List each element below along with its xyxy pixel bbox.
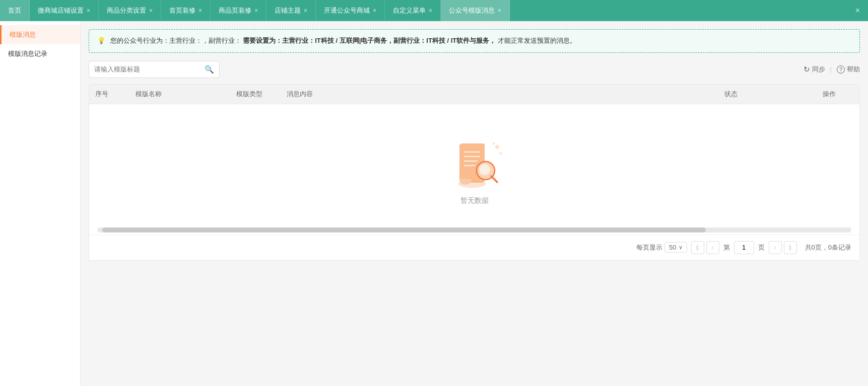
th-name: 模版名称	[129, 85, 230, 104]
close-all-button[interactable]: ×	[847, 6, 868, 15]
chevron-down-icon: ∨	[679, 244, 683, 251]
notice-box: 💡 您的公众号行业为：主营行业：，副营行业： 需要设置为：主营行业：IT科技 /…	[89, 29, 860, 53]
tab-home[interactable]: 首页	[0, 0, 30, 21]
first-page-button[interactable]: ⟪	[691, 241, 704, 254]
sidebar-item-template-message-label: 模版消息	[10, 31, 36, 38]
tab-theme-close[interactable]: ×	[304, 7, 307, 14]
page-size-select: 每页显示 50 ∨	[636, 242, 687, 253]
scroll-track[interactable]	[97, 227, 851, 233]
sidebar-item-template-message[interactable]: 模版消息	[0, 25, 80, 44]
th-type: 模版类型	[230, 85, 281, 104]
sidebar-item-template-message-record[interactable]: 模版消息记录	[0, 44, 80, 63]
last-page-button[interactable]: ⟫	[784, 241, 797, 254]
tab-weshop[interactable]: 微商城店铺设置 ×	[30, 0, 99, 21]
tab-home-label: 首页	[8, 6, 21, 15]
data-table: 序号 模版名称 模版类型 消息内容 状态 操作	[89, 84, 860, 261]
help-icon: ?	[837, 65, 845, 73]
empty-illustration	[444, 134, 505, 196]
tab-category-label: 商品分类设置	[107, 6, 146, 15]
tab-homepage[interactable]: 首页装修 ×	[161, 0, 211, 21]
th-content: 消息内容	[281, 85, 718, 104]
search-bar: 🔍 ↻ 同步 | ? 帮助	[89, 61, 860, 78]
tab-templatemsg[interactable]: 公众号模版消息 ×	[441, 0, 510, 21]
search-input-wrap[interactable]: 🔍	[89, 61, 220, 78]
svg-point-6	[479, 164, 490, 175]
tab-mall-label: 开通公众号商城	[324, 6, 370, 15]
tab-category-close[interactable]: ×	[149, 7, 153, 14]
th-seq: 序号	[89, 85, 129, 104]
per-page-label: 每页显示	[636, 243, 662, 252]
sidebar: 模版消息 模版消息记录	[0, 21, 81, 386]
table-header: 序号 模版名称 模版类型 消息内容 状态 操作	[89, 85, 859, 104]
tab-weshop-label: 微商城店铺设置	[38, 6, 84, 15]
top-nav: 首页 微商城店铺设置 × 商品分类设置 × 首页装修 × 商品页装修 × 店铺主…	[0, 0, 868, 21]
notice-text1: 您的公众号行业为：主营行业：，副营行业：	[110, 37, 241, 44]
help-button[interactable]: ? 帮助	[837, 65, 860, 74]
help-label: 帮助	[847, 65, 860, 74]
tab-templatemsg-label: 公众号模版消息	[449, 6, 495, 15]
tab-custommenu[interactable]: 自定义菜单 ×	[385, 0, 441, 21]
svg-line-7	[491, 176, 497, 182]
next-page-button[interactable]: ›	[769, 241, 782, 254]
total-info: 共0页，0条记录	[805, 243, 851, 252]
sidebar-item-template-message-record-label: 模版消息记录	[8, 50, 47, 57]
tab-theme[interactable]: 店铺主题 ×	[266, 0, 316, 21]
sync-button[interactable]: ↻ 同步	[804, 65, 825, 74]
page-size-box[interactable]: 50 ∨	[664, 242, 687, 253]
tab-homepage-close[interactable]: ×	[198, 7, 202, 14]
page-nav: ⟪ ‹ 第 页 › ⟫ 共0页，0条记录	[691, 241, 851, 254]
prev-page-button[interactable]: ‹	[706, 241, 719, 254]
sync-label: 同步	[812, 65, 825, 74]
tab-theme-label: 店铺主题	[275, 6, 301, 15]
per-page-value: 50	[669, 244, 676, 251]
notice-highlight: 需要设置为：主营行业：IT科技 / 互联网|电子商务，副营行业：IT科技 / I…	[243, 37, 496, 44]
tab-mall-close[interactable]: ×	[373, 7, 376, 14]
svg-point-9	[499, 152, 502, 155]
search-icon[interactable]: 🔍	[205, 65, 214, 74]
main-content: 💡 您的公众号行业为：主营行业：，副营行业： 需要设置为：主营行业：IT科技 /…	[81, 21, 868, 386]
notice-text2: 才能正常发送预置的消息。	[498, 37, 576, 44]
th-action: 操作	[799, 85, 859, 104]
tab-productpage[interactable]: 商品页装修 ×	[211, 0, 266, 21]
sync-icon: ↻	[804, 65, 810, 74]
tab-productpage-label: 商品页装修	[219, 6, 251, 15]
page-label: 第	[723, 243, 730, 252]
svg-point-10	[492, 142, 495, 144]
tab-custommenu-close[interactable]: ×	[429, 7, 432, 14]
empty-state: 暂无数据	[89, 104, 859, 225]
tab-weshop-close[interactable]: ×	[87, 7, 90, 14]
empty-text: 暂无数据	[460, 196, 489, 205]
notice-icon: 💡	[97, 37, 105, 44]
pagination: 每页显示 50 ∨ ⟪ ‹ 第 页 › ⟫ 共0页，0条记录	[89, 235, 859, 260]
tab-productpage-close[interactable]: ×	[254, 7, 258, 14]
page-number-input[interactable]	[734, 241, 754, 254]
search-input[interactable]	[94, 65, 205, 73]
scroll-thumb	[102, 227, 706, 233]
page-unit: 页	[758, 243, 765, 252]
search-actions: ↻ 同步 | ? 帮助	[804, 65, 860, 74]
tab-category[interactable]: 商品分类设置 ×	[99, 0, 161, 21]
tab-homepage-label: 首页装修	[169, 6, 195, 15]
divider: |	[830, 65, 832, 73]
th-status: 状态	[718, 85, 799, 104]
tab-custommenu-label: 自定义菜单	[393, 6, 426, 15]
tab-templatemsg-close[interactable]: ×	[498, 7, 501, 14]
tab-mall[interactable]: 开通公众号商城 ×	[316, 0, 385, 21]
layout: 模版消息 模版消息记录 💡 您的公众号行业为：主营行业：，副营行业： 需要设置为…	[0, 21, 868, 386]
svg-point-8	[495, 145, 499, 149]
